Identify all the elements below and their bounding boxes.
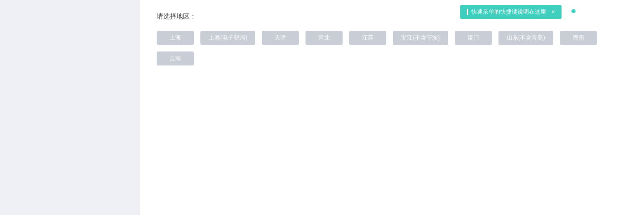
region-button[interactable]: 山东(不含青岛) — [498, 31, 553, 45]
region-buttons-container: 上海上海(电子税局)天津河北江苏浙江(不含宁波)厦门山东(不含青岛)海南云南 — [157, 31, 628, 65]
region-button[interactable]: 天津 — [262, 31, 299, 45]
region-button[interactable]: 上海(电子税局) — [200, 31, 255, 45]
region-button[interactable]: 厦门 — [455, 31, 492, 45]
tooltip-banner: 快速录单的快捷键说明在这里 × — [460, 5, 562, 19]
region-button[interactable]: 上海 — [157, 31, 194, 45]
tooltip-text: 快速录单的快捷键说明在这里 — [471, 8, 546, 16]
tooltip-close-button[interactable]: × — [551, 9, 555, 15]
tooltip-bar — [467, 9, 468, 15]
region-button[interactable]: 海南 — [560, 31, 597, 45]
region-button[interactable]: 云南 — [157, 51, 194, 65]
main-content: 请选择地区： 上海上海(电子税局)天津河北江苏浙江(不含宁波)厦门山东(不含青岛… — [140, 0, 644, 215]
region-button[interactable]: 河北 — [306, 31, 343, 45]
region-button[interactable]: 浙江(不含宁波) — [393, 31, 448, 45]
region-button[interactable]: 江苏 — [349, 31, 386, 45]
tooltip-dot — [571, 9, 576, 13]
sidebar — [0, 0, 140, 215]
